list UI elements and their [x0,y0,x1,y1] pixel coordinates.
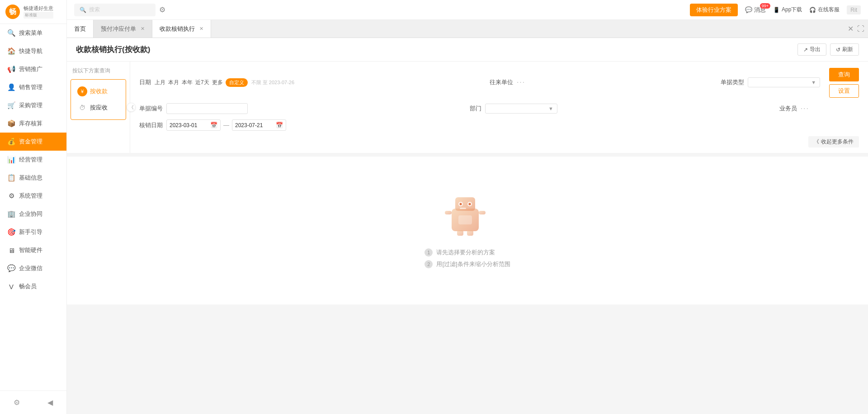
sidebar-item-sales[interactable]: 👤 销售管理 [0,78,66,96]
doc-type-select[interactable]: ▼ [748,77,820,87]
tab-prepay[interactable]: 预付冲应付单 ✕ [94,20,152,38]
dept-filter-field: 部门 ▼ [470,104,557,114]
svg-rect-9 [457,230,463,236]
date-hint: 不限 至 2023-07-26 [251,79,294,86]
sidebar-item-system[interactable]: ⚙ 系统管理 [0,187,66,205]
beginner-icon: 🎯 [7,228,15,236]
empty-robot-svg [443,193,492,238]
app-logo: 畅 畅捷通好生意 标准版 [0,0,66,24]
sidebar-item-quick-nav[interactable]: 🏠 快捷导航 [0,42,66,60]
sidebar-item-purchase[interactable]: 🛒 采购管理 [0,96,66,114]
filter-settings-button[interactable]: 设置 [829,84,859,98]
last-month-button[interactable]: 上月 [155,79,165,86]
sidebar-item-inventory[interactable]: 📦 库存核算 [0,114,66,133]
sidebar: 畅 畅捷通好生意 标准版 🔍 搜索菜单 🏠 快捷导航 📢 营销推广 👤 销售管理… [0,0,67,414]
filter-row-1: 日期 上月 本月 本年 近7天 更多 自定义 不限 至 2023-07-26 [139,67,859,98]
last-7-days-button[interactable]: 近7天 [195,79,209,86]
tab-bar: 首页 预付冲应付单 ✕ 收款核销执行 ✕ ✕ ⛶ [67,20,868,38]
filter-by-receivable[interactable]: ⏱ 按应收 [74,100,123,116]
tab-collect-writeoff[interactable]: 收款核销执行 ✕ [152,20,211,38]
sales-icon: 👤 [7,83,15,91]
sidebar-item-beginner[interactable]: 🎯 新手引导 [0,223,66,241]
tab-close-prepay[interactable]: ✕ [141,26,145,32]
sidebar-item-operations[interactable]: 📊 经营管理 [0,151,66,169]
doc-type-filter-field: 单据类型 ▼ [721,77,820,87]
writeoff-date-label: 核销日期 [139,121,163,129]
date-shortcuts: 上月 本月 本年 近7天 更多 自定义 [155,78,248,87]
sidebar-item-search[interactable]: 🔍 搜索菜单 [0,24,66,42]
top-header-actions: 体验行业方案 💬 消息 99+ 📱 App下载 🎧 在线客服 Rit [690,4,861,16]
writeoff-date-from[interactable]: 2023-03-01 📅 [166,119,221,131]
svg-rect-10 [467,230,473,236]
sidebar-item-marketing[interactable]: 📢 营销推广 [0,60,66,78]
filter-by-receipt[interactable]: ¥ 按收款 [74,83,123,100]
service-icon: 🎧 [809,7,816,13]
filter-left-panel: 按以下方案查询 ¥ 按收款 ⏱ 按应收 《 [67,62,130,153]
sidebar-item-wechat[interactable]: 💬 企业微信 [0,259,66,277]
date-label: 日期 [139,78,151,86]
chevron-down-icon: ▼ [811,80,816,85]
search-box[interactable]: 🔍 搜索 [74,4,156,16]
this-month-button[interactable]: 本月 [168,79,179,86]
wechat-icon: 💬 [7,264,15,272]
partner-select-button[interactable]: ··· [517,78,525,86]
sidebar-item-hardware[interactable]: 🖥 智能硬件 [0,241,66,259]
refresh-icon: ↺ [836,47,840,53]
tab-close-collect-writeoff[interactable]: ✕ [199,26,203,32]
sidebar-item-basics[interactable]: 📋 基础信息 [0,169,66,187]
staff-label: 业务员 [779,105,797,113]
search-icon: 🔍 [80,7,86,13]
svg-rect-7 [445,211,452,214]
sidebar-settings-button[interactable]: ⚙ [10,395,24,410]
svg-rect-11 [458,215,472,224]
refresh-button[interactable]: ↺ 刷新 [830,43,859,56]
app-name: 畅捷通好生意 [24,5,53,11]
sidebar-item-finance[interactable]: 💰 资金管理 [0,133,66,151]
more-dates-button[interactable]: 更多 [212,79,223,86]
more-conditions-button[interactable]: 《 收起更多条件 [808,136,859,148]
tab-home[interactable]: 首页 [67,20,94,38]
purchase-icon: 🛒 [7,101,15,109]
this-year-button[interactable]: 本年 [182,79,193,86]
staff-select-button[interactable]: ··· [801,105,809,113]
clock-icon: ⏱ [77,103,87,113]
page-header-actions: ↗ 导出 ↺ 刷新 [797,43,859,61]
online-service-button[interactable]: 🎧 在线客服 [809,6,840,14]
system-icon: ⚙ [7,192,15,200]
sidebar-item-enterprise[interactable]: 🏢 企业协同 [0,205,66,223]
staff-filter-field: 业务员 ··· [779,105,809,113]
tab-close-all-button[interactable]: ✕ [848,24,854,33]
collapse-panel-button[interactable]: 《 [127,103,136,112]
empty-state: 1 请先选择要分析的方案 2 用[过滤]条件来缩小分析范围 [67,157,868,305]
query-actions: 查询 设置 [829,67,859,98]
tab-expand-button[interactable]: ⛶ [857,25,864,33]
search-icon: 🔍 [7,29,15,37]
doc-type-label: 单据类型 [721,78,744,86]
message-button[interactable]: 💬 消息 99+ [745,6,766,14]
partner-label: 往来单位 [490,78,513,86]
sidebar-item-member[interactable]: V 畅会员 [0,277,66,295]
query-button[interactable]: 查询 [829,68,859,81]
partner-filter-field: 往来单位 ··· [490,78,525,86]
industry-button[interactable]: 体验行业方案 [690,4,738,16]
empty-hints: 1 请先选择要分析的方案 2 用[过滤]条件来缩小分析范围 [425,248,510,268]
app-download-button[interactable]: 📱 App下载 [773,6,802,14]
writeoff-date-to[interactable]: 2023-07-21 📅 [232,119,286,131]
export-icon: ↗ [803,47,808,53]
page-content: 收款核销执行(按收款) ↗ 导出 ↺ 刷新 按以下方案查询 ¥ [67,38,868,414]
doc-no-input[interactable] [166,103,248,114]
message-icon: 💬 [745,6,752,13]
dept-select[interactable]: ▼ [485,104,557,114]
writeoff-date-field: 核销日期 2023-03-01 📅 — 2023-07-21 📅 [139,119,286,131]
svg-rect-8 [479,211,486,214]
logo-icon: 畅 [5,5,20,19]
more-conditions-row: 《 收起更多条件 [139,136,859,148]
custom-date-button[interactable]: 自定义 [226,78,248,87]
filter-area: 按以下方案查询 ¥ 按收款 ⏱ 按应收 《 [67,62,868,153]
page-title: 收款核销执行(按收款) [76,44,150,60]
date-filter-field: 日期 上月 本月 本年 近7天 更多 自定义 不限 至 2023-07-26 [139,78,294,87]
export-button[interactable]: ↗ 导出 [797,43,826,56]
svg-rect-6 [460,208,466,209]
sidebar-collapse-button[interactable]: ◀ [44,395,57,410]
gear-icon[interactable]: ⚙ [159,5,165,14]
